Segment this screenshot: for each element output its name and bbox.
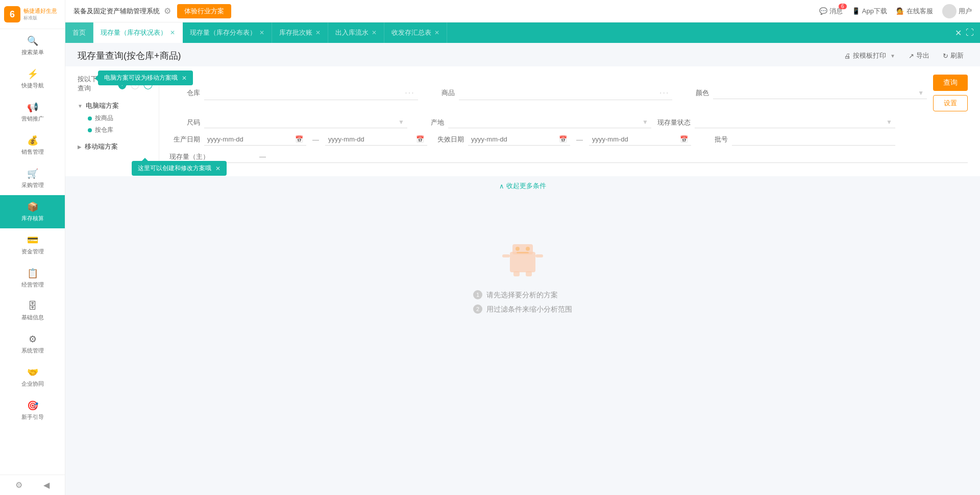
trial-btn[interactable]: 体验行业方案 bbox=[177, 4, 231, 18]
tab-close-all-btn[interactable]: ✕ bbox=[955, 28, 962, 38]
top-header: 装备及固定资产辅助管理系统 ⚙ 体验行业方案 💬 消息 6 📱 App下载 💁 … bbox=[65, 0, 980, 22]
stock-qty-max[interactable] bbox=[268, 153, 309, 160]
warehouse-dots[interactable]: ··· bbox=[405, 88, 414, 98]
sidebar-nav: 🔍 搜索菜单 ⚡ 快捷导航 📢 营销推广 💰 销售管理 🛒 采购管理 📦 bbox=[0, 29, 65, 475]
sidebar-item-inventory[interactable]: 📦 库存核算 bbox=[0, 195, 65, 228]
stock-qty-label: 现存量（主） bbox=[169, 152, 209, 161]
product-dots[interactable]: ··· bbox=[659, 88, 669, 98]
sidebar-item-finance[interactable]: 💳 资金管理 bbox=[0, 228, 65, 262]
enterprise-icon: 🤝 bbox=[27, 367, 38, 378]
expiry-date-start[interactable] bbox=[471, 135, 557, 143]
scheme-desktop[interactable]: ▼ 电脑端方案 bbox=[78, 99, 153, 112]
sidebar-item-marketing[interactable]: 📢 营销推广 bbox=[0, 96, 65, 129]
svg-point-2 bbox=[516, 247, 520, 251]
filter-row-1: 仓库 ··· 商品 ··· bbox=[169, 75, 968, 111]
filter-area: 按以下方案查询 + ↻ ← 电脑方案可设为移动方案哦 ✕ ▼ bbox=[65, 66, 980, 176]
operations-icon: 📋 bbox=[27, 268, 38, 279]
field-product: 商品 ··· bbox=[424, 86, 673, 100]
stock-qty-min[interactable] bbox=[216, 153, 257, 160]
scheme-mobile[interactable]: ▶ 移动端方案 bbox=[78, 140, 153, 153]
collapse-sidebar-btn[interactable]: ◀ bbox=[43, 480, 50, 490]
tab-inventory-status[interactable]: 现存量（库存状况表） ✕ bbox=[93, 22, 183, 43]
tab-batch-account[interactable]: 库存批次账 ✕ bbox=[272, 22, 328, 43]
svg-rect-5 bbox=[502, 254, 510, 257]
production-date-end-icon[interactable]: 📅 bbox=[416, 135, 424, 143]
finance-icon: 💳 bbox=[27, 234, 38, 246]
field-size: 尺码 ▼ bbox=[169, 116, 407, 128]
phone-icon: 📱 bbox=[852, 7, 860, 15]
production-date-end[interactable] bbox=[328, 135, 414, 143]
field-production-date: 生产日期 📅 — 📅 bbox=[169, 133, 427, 146]
content-area: 现存量查询(按仓库+商品) 🖨 按模板打印 ▼ ↗ 导出 ↻ 刷新 bbox=[65, 43, 980, 495]
production-date-icon[interactable]: 📅 bbox=[295, 135, 303, 143]
svg-rect-6 bbox=[535, 254, 543, 257]
tab-close-batch-account[interactable]: ✕ bbox=[315, 29, 321, 36]
scheme-tooltip2-close[interactable]: ✕ bbox=[215, 165, 220, 172]
batch-input[interactable] bbox=[735, 135, 892, 143]
tab-receive-summary[interactable]: 收发存汇总表 ✕ bbox=[384, 22, 447, 43]
field-color: 颜色 ▼ bbox=[678, 87, 927, 99]
tab-close-inventory-status[interactable]: ✕ bbox=[170, 29, 175, 36]
sidebar-item-purchase[interactable]: 🛒 采购管理 bbox=[0, 162, 65, 195]
print-dropdown-icon: ▼ bbox=[890, 53, 895, 59]
expiry-date-end-icon[interactable]: 📅 bbox=[680, 135, 688, 143]
tab-inventory-dist[interactable]: 现存量（库存分布表） ✕ bbox=[183, 22, 272, 43]
messages-btn[interactable]: 💬 消息 6 bbox=[819, 7, 843, 16]
system-icon: ⚙ bbox=[29, 334, 37, 345]
color-chevron[interactable]: ▼ bbox=[918, 89, 924, 97]
field-origin: 产地 ▼ bbox=[413, 116, 651, 128]
expiry-date-icon[interactable]: 📅 bbox=[559, 135, 567, 143]
app-download-btn[interactable]: 📱 App下载 bbox=[852, 7, 887, 16]
svg-rect-8 bbox=[526, 271, 532, 276]
production-date-start[interactable] bbox=[207, 135, 293, 143]
field-batch: 批号 bbox=[697, 133, 895, 146]
system-settings-btn[interactable]: ⚙ bbox=[164, 6, 171, 16]
message-badge: 6 bbox=[839, 4, 847, 9]
scheme-tooltip-close[interactable]: ✕ bbox=[182, 75, 187, 82]
search-btn[interactable]: 查询 bbox=[933, 75, 968, 91]
sidebar-item-search[interactable]: 🔍 搜索菜单 bbox=[0, 29, 65, 62]
scheme-dot-1 bbox=[88, 116, 92, 121]
sidebar-item-operations[interactable]: 📋 经营管理 bbox=[0, 262, 65, 295]
sidebar-item-guide[interactable]: 🎯 新手引导 bbox=[0, 394, 65, 427]
size-chevron[interactable]: ▼ bbox=[398, 119, 404, 126]
tab-close-inout-flow[interactable]: ✕ bbox=[372, 29, 377, 36]
stock-status-label: 现存量状态 bbox=[657, 118, 691, 127]
sidebar-item-system[interactable]: ⚙ 系统管理 bbox=[0, 327, 65, 361]
svg-rect-4 bbox=[517, 252, 529, 253]
field-expiry-date: 失效日期 📅 — 📅 bbox=[433, 133, 691, 146]
online-support-btn[interactable]: 💁 在线客服 bbox=[896, 7, 933, 16]
sidebar-item-quicknav[interactable]: ⚡ 快捷导航 bbox=[0, 62, 65, 96]
user-btn[interactable]: 用户 bbox=[942, 4, 972, 18]
stock-qty-dash: — bbox=[259, 153, 266, 160]
search-reset-btns: 查询 设置 bbox=[933, 75, 968, 111]
expiry-date-end[interactable] bbox=[592, 135, 678, 143]
tab-expand-btn[interactable]: ⛶ bbox=[966, 28, 974, 37]
sidebar-item-sales[interactable]: 💰 销售管理 bbox=[0, 129, 65, 162]
scheme-by-warehouse[interactable]: 按仓库 bbox=[88, 124, 153, 136]
logo-icon: 6 bbox=[4, 6, 20, 22]
batch-label: 批号 bbox=[697, 135, 728, 144]
scheme-by-product[interactable]: 按商品 bbox=[88, 112, 153, 124]
tab-close-inventory-dist[interactable]: ✕ bbox=[259, 29, 264, 36]
tab-inout-flow[interactable]: 出入库流水 ✕ bbox=[328, 22, 384, 43]
tab-home[interactable]: 首页 bbox=[65, 22, 93, 43]
export-btn[interactable]: ↗ 导出 bbox=[904, 49, 934, 62]
print-btn[interactable]: 🖨 按模板打印 ▼ bbox=[840, 49, 899, 62]
reset-btn[interactable]: 设置 bbox=[933, 95, 968, 111]
sidebar-item-enterprise[interactable]: 🤝 企业协同 bbox=[0, 361, 65, 394]
empty-num-1: 1 bbox=[473, 290, 482, 299]
collapse-btn[interactable]: ∧ 收起更多条件 bbox=[65, 176, 980, 196]
empty-icon bbox=[497, 237, 548, 277]
filter-row-3: 生产日期 📅 — 📅 失效日期 bbox=[169, 133, 968, 146]
sidebar-item-basic[interactable]: 🗄 基础信息 bbox=[0, 295, 65, 327]
export-icon: ↗ bbox=[909, 52, 914, 60]
system-title-wrapper: 装备及固定资产辅助管理系统 ⚙ bbox=[74, 6, 171, 16]
field-stock-qty: 现存量（主） — bbox=[169, 151, 968, 163]
tab-close-receive-summary[interactable]: ✕ bbox=[434, 29, 439, 36]
settings-footer-btn[interactable]: ⚙ bbox=[15, 480, 22, 490]
stock-status-chevron[interactable]: ▼ bbox=[886, 119, 892, 126]
refresh-btn[interactable]: ↻ 刷新 bbox=[939, 49, 968, 62]
origin-chevron[interactable]: ▼ bbox=[642, 119, 648, 126]
color-label: 颜色 bbox=[678, 88, 709, 98]
